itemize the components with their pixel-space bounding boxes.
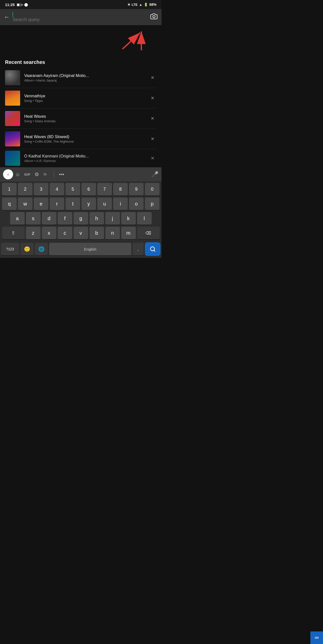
key-i[interactable]: i [113,197,128,210]
key-k[interactable]: k [121,212,136,225]
bluetooth-icon: ✳ [127,3,130,7]
key-s[interactable]: s [26,212,41,225]
item-info-3: Heat Waves Song • Glass Animals [24,114,145,123]
key-o[interactable]: o [129,197,144,210]
item-subtitle-5: Album • A.R. Rahman [24,159,145,163]
item-info-5: O Kadhal Kanmani (Original Motio... Albu… [24,154,145,163]
search-icon [150,246,156,252]
item-subtitle-1: Album • Harris Jayaraj [24,78,145,82]
item-thumbnail-2 [5,91,20,106]
status-right-icons: ✳ LTE ▲ 🔋 68% [127,3,157,7]
key-4[interactable]: 4 [50,183,64,195]
svg-text:T: T [45,173,47,176]
arrow-annotation [0,25,162,55]
key-a[interactable]: a [10,212,25,225]
key-t[interactable]: t [66,197,80,210]
qwerty-row: q w e r t y u i o p [1,197,160,210]
recent-search-item-4[interactable]: Heat Waves (8D Slowed) Song • Coffin EDM… [5,129,156,149]
key-2[interactable]: 2 [18,183,33,195]
search-button[interactable] [145,242,160,256]
key-z[interactable]: z [26,227,41,239]
keyboard-toolbar-icons: ☺ GIF ⚙ G T ••• [15,171,150,178]
key-6[interactable]: 6 [81,183,96,195]
remove-button-5[interactable]: ✕ [149,153,156,163]
key-u[interactable]: u [97,197,112,210]
key-x[interactable]: x [42,227,56,239]
sym-button[interactable]: ?123 [1,243,19,255]
backspace-key[interactable]: ⌫ [137,227,160,239]
key-0[interactable]: 0 [145,183,159,195]
recent-search-item-3[interactable]: Heat Waves Song • Glass Animals ✕ [5,108,156,129]
translate-icon[interactable]: G T [43,171,49,178]
key-q[interactable]: q [2,197,17,210]
key-h[interactable]: h [89,212,104,225]
back-button[interactable]: ← [4,14,10,20]
key-n[interactable]: n [105,227,120,239]
remove-button-4[interactable]: ✕ [149,134,156,144]
sticker-icon[interactable]: ☺ [15,172,20,177]
status-bar: 11:25 ▣ ▷ ⬤ ✳ LTE ▲ 🔋 68% [0,0,162,9]
item-thumbnail-5 [5,151,20,166]
key-e[interactable]: e [34,197,48,210]
key-9[interactable]: 9 [129,183,144,195]
key-w[interactable]: w [18,197,33,210]
item-title-1: Vaaranam Aayiram (Original Motio... [24,73,145,78]
item-title-3: Heat Waves [24,114,145,119]
settings-icon[interactable]: ⚙ [35,171,39,177]
key-g[interactable]: g [74,212,88,225]
remove-button-3[interactable]: ✕ [149,114,156,123]
item-subtitle-2: Song • Tippu [24,99,145,103]
network-indicator: LTE [132,3,138,7]
number-row: 1 2 3 4 5 6 7 8 9 0 [1,183,160,195]
item-title-2: Venmathiye [24,94,145,98]
svg-point-0 [153,16,155,18]
chevron-left-icon: ‹ [7,172,9,177]
more-options-icon[interactable]: ••• [59,172,64,177]
key-m[interactable]: m [121,227,136,239]
item-thumbnail-3 [5,111,20,126]
remove-button-2[interactable]: ✕ [149,93,156,103]
item-thumbnail-1 [5,70,20,85]
shift-key[interactable]: ⇧ [2,227,25,239]
key-j[interactable]: j [105,212,120,225]
emoji-button[interactable]: 🙂 [20,243,34,255]
keyboard-back-button[interactable]: ‹ [3,169,13,179]
key-r[interactable]: r [50,197,64,210]
key-p[interactable]: p [145,197,159,210]
recent-searches-section: Recent searches Vaaranam Aayiram (Origin… [0,55,162,167]
battery-icon: 🔋 [144,3,148,7]
key-7[interactable]: 7 [97,183,112,195]
gif-button[interactable]: GIF [24,173,30,176]
key-3[interactable]: 3 [34,183,48,195]
key-f[interactable]: f [58,212,72,225]
item-subtitle-4: Song • Coffin EDM, The Nightcore [24,140,145,143]
period-label: . [137,246,139,252]
key-y[interactable]: y [81,197,96,210]
battery-percentage: 68% [149,3,156,7]
svg-line-3 [122,33,140,49]
key-d[interactable]: d [42,212,56,225]
key-v[interactable]: v [74,227,88,239]
spacebar[interactable]: English [49,243,131,255]
svg-line-7 [154,250,155,251]
spacebar-label: English [84,247,96,251]
asdf-row: a s d f g h j k l [1,212,160,225]
period-key[interactable]: . [133,243,144,255]
camera-icon[interactable] [150,13,157,21]
search-input-container[interactable] [13,12,147,22]
key-5[interactable]: 5 [66,183,80,195]
emoji-icon: 🙂 [24,246,30,252]
globe-button[interactable]: 🌐 [35,243,48,255]
recent-search-item-2[interactable]: Venmathiye Song • Tippu ✕ [5,88,156,108]
key-8[interactable]: 8 [113,183,128,195]
recent-search-item-1[interactable]: Vaaranam Aayiram (Original Motio... Albu… [5,68,156,88]
microphone-icon[interactable]: 🎤 [152,171,158,178]
search-input[interactable] [13,17,147,22]
key-b[interactable]: b [89,227,104,239]
remove-button-1[interactable]: ✕ [149,73,156,83]
key-1[interactable]: 1 [2,183,17,195]
key-c[interactable]: c [58,227,72,239]
recent-search-item-5[interactable]: O Kadhal Kanmani (Original Motio... Albu… [5,149,156,167]
sym-label: ?123 [6,247,14,251]
key-l[interactable]: l [137,212,152,225]
